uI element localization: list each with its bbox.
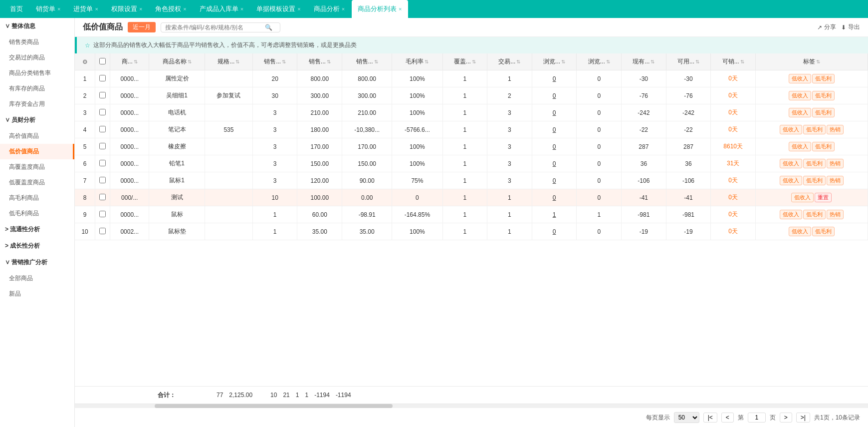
export-button[interactable]: ⬇ 导出 bbox=[841, 23, 860, 31]
nav-item-角色授权[interactable]: 角色授权× bbox=[149, 0, 192, 18]
browse1-link[interactable]: 0 bbox=[553, 177, 556, 184]
first-page-button[interactable]: |< bbox=[703, 413, 717, 423]
row-checkbox[interactable] bbox=[99, 109, 106, 115]
browse1-link[interactable]: 0 bbox=[553, 75, 556, 82]
nav-item-单据模板设置[interactable]: 单据模板设置× bbox=[250, 0, 306, 18]
browse1-link[interactable]: 0 bbox=[553, 92, 556, 99]
settings-icon[interactable]: ⚙ bbox=[82, 58, 88, 65]
sidebar-group-title[interactable]: > 成长性分析 bbox=[0, 238, 74, 254]
row-code: 0002... bbox=[110, 223, 149, 240]
page-number-input[interactable] bbox=[748, 413, 766, 423]
th-settings[interactable]: ⚙ bbox=[75, 53, 95, 70]
browse1-link[interactable]: 0 bbox=[553, 109, 556, 116]
sidebar-item-高毛利商品[interactable]: 高毛利商品 bbox=[0, 190, 74, 206]
sidebar-group-title[interactable]: > 流通性分析 bbox=[0, 221, 74, 238]
sidebar-item-低毛利商品[interactable]: 低毛利商品 bbox=[0, 206, 74, 221]
search-icon[interactable]: 🔍 bbox=[265, 24, 272, 31]
close-icon[interactable]: × bbox=[139, 6, 142, 12]
select-all-checkbox[interactable] bbox=[99, 58, 106, 64]
th-cover[interactable]: 覆盖...⇅ bbox=[442, 53, 487, 70]
th-stock1[interactable]: 现有...⇅ bbox=[622, 53, 666, 70]
row-spec bbox=[205, 189, 252, 206]
sidebar-item-库存资金占用[interactable]: 库存资金占用 bbox=[0, 96, 74, 112]
row-gross: 100% bbox=[392, 70, 442, 87]
nav-item-产成品入库单[interactable]: 产成品入库单× bbox=[194, 0, 249, 18]
next-page-button[interactable]: > bbox=[780, 413, 792, 423]
row-checkbox[interactable] bbox=[99, 194, 106, 200]
nav-item-销货单[interactable]: 销货单× bbox=[30, 0, 66, 18]
sidebar-item-有库存的商品[interactable]: 有库存的商品 bbox=[0, 81, 74, 96]
browse1-link[interactable]: 1 bbox=[553, 211, 556, 218]
nav-item-权限设置[interactable]: 权限设置× bbox=[105, 0, 148, 18]
page-size-select[interactable]: 50 100 bbox=[674, 412, 699, 423]
row-checkbox[interactable] bbox=[99, 160, 106, 166]
close-icon[interactable]: × bbox=[95, 6, 98, 12]
sidebar-item-低覆盖度商品[interactable]: 低覆盖度商品 bbox=[0, 175, 74, 190]
th-spec[interactable]: 规格...⇅ bbox=[205, 53, 252, 70]
row-stock1: -19 bbox=[622, 223, 666, 240]
nav-item-首页[interactable]: 首页 bbox=[4, 0, 29, 18]
th-checkbox[interactable] bbox=[95, 53, 110, 70]
row-checkbox[interactable] bbox=[99, 177, 106, 183]
data-table: ⚙ 商...⇅ 商品名称⇅ 规格...⇅ 销售...⇅ 销售...⇅ 销售...… bbox=[75, 53, 868, 240]
browse1-link[interactable]: 0 bbox=[553, 126, 556, 133]
close-icon[interactable]: × bbox=[297, 6, 300, 12]
th-sale1[interactable]: 销售...⇅ bbox=[297, 53, 342, 70]
filter-button[interactable]: 近一月 bbox=[128, 22, 156, 32]
browse1-link[interactable]: 0 bbox=[553, 160, 556, 167]
nav-item-商品分析列表[interactable]: 商品分析列表× bbox=[352, 0, 408, 18]
th-name[interactable]: 商品名称⇅ bbox=[149, 53, 205, 70]
browse1-link[interactable]: 0 bbox=[553, 228, 556, 235]
th-browse1[interactable]: 浏览...⇅ bbox=[532, 53, 577, 70]
sidebar-item-高覆盖度商品[interactable]: 高覆盖度商品 bbox=[0, 159, 74, 175]
th-tags[interactable]: 标签⇅ bbox=[755, 53, 868, 70]
row-checkbox[interactable] bbox=[99, 211, 106, 217]
row-index: 2 bbox=[75, 87, 95, 104]
sidebar-item-全部商品[interactable]: 全部商品 bbox=[0, 271, 74, 286]
row-checkbox[interactable] bbox=[99, 143, 106, 149]
sidebar-item-销售类商品[interactable]: 销售类商品 bbox=[0, 34, 74, 50]
row-browse2: 0 bbox=[577, 87, 622, 104]
row-sale2: 800.00 bbox=[342, 70, 392, 87]
prev-page-button[interactable]: < bbox=[721, 413, 734, 423]
th-gross[interactable]: 毛利率⇅ bbox=[392, 53, 442, 70]
sidebar-item-新品[interactable]: 新品 bbox=[0, 286, 74, 302]
th-trade[interactable]: 交易...⇅ bbox=[487, 53, 532, 70]
tag-低收入: 低收入 bbox=[780, 125, 802, 134]
search-input[interactable] bbox=[165, 24, 265, 31]
row-gross: 100% bbox=[392, 104, 442, 121]
sidebar-item-交易过的商品[interactable]: 交易过的商品 bbox=[0, 50, 74, 65]
row-checkbox[interactable] bbox=[99, 92, 106, 98]
sidebar-item-低价值商品[interactable]: 低价值商品 bbox=[0, 144, 74, 159]
row-checkbox[interactable] bbox=[99, 126, 106, 132]
share-button[interactable]: ↗ 分享 bbox=[817, 23, 836, 31]
row-checkbox[interactable] bbox=[99, 75, 106, 81]
sidebar-group-title[interactable]: ∨ 营销推广分析 bbox=[0, 254, 74, 271]
sidebar-item-商品分类销售率[interactable]: 商品分类销售率 bbox=[0, 65, 74, 81]
browse1-link[interactable]: 0 bbox=[553, 194, 556, 201]
row-qty: 1 bbox=[252, 223, 297, 240]
row-qty: 20 bbox=[252, 70, 297, 87]
close-icon[interactable]: × bbox=[240, 6, 243, 12]
th-code[interactable]: 商...⇅ bbox=[110, 53, 149, 70]
th-qty[interactable]: 销售...⇅ bbox=[252, 53, 297, 70]
close-icon[interactable]: × bbox=[399, 6, 402, 12]
nav-item-进货单[interactable]: 进货单× bbox=[67, 0, 104, 18]
th-stock2[interactable]: 可用...⇅ bbox=[666, 53, 711, 70]
th-sale2[interactable]: 销售...⇅ bbox=[342, 53, 392, 70]
nav-item-商品分析[interactable]: 商品分析× bbox=[308, 0, 351, 18]
sidebar-group-title[interactable]: ∨ 整体信息 bbox=[0, 18, 74, 34]
row-checkbox[interactable] bbox=[99, 228, 106, 234]
sidebar-group-title[interactable]: ∨ 员财分析 bbox=[0, 112, 74, 128]
close-icon[interactable]: × bbox=[183, 6, 186, 12]
table-row: 30000...电话机3210.00210.00100%1300-242-242… bbox=[75, 104, 868, 121]
browse1-link[interactable]: 0 bbox=[553, 143, 556, 150]
last-page-button[interactable]: >| bbox=[796, 413, 810, 423]
close-icon[interactable]: × bbox=[342, 6, 345, 12]
th-browse2[interactable]: 浏览...⇅ bbox=[577, 53, 622, 70]
row-trade: 3 bbox=[487, 172, 532, 189]
th-stock3[interactable]: 可销...⇅ bbox=[711, 53, 756, 70]
close-icon[interactable]: × bbox=[57, 6, 60, 12]
row-browse1: 0 bbox=[532, 87, 577, 104]
sidebar-item-高价值商品[interactable]: 高价值商品 bbox=[0, 128, 74, 144]
